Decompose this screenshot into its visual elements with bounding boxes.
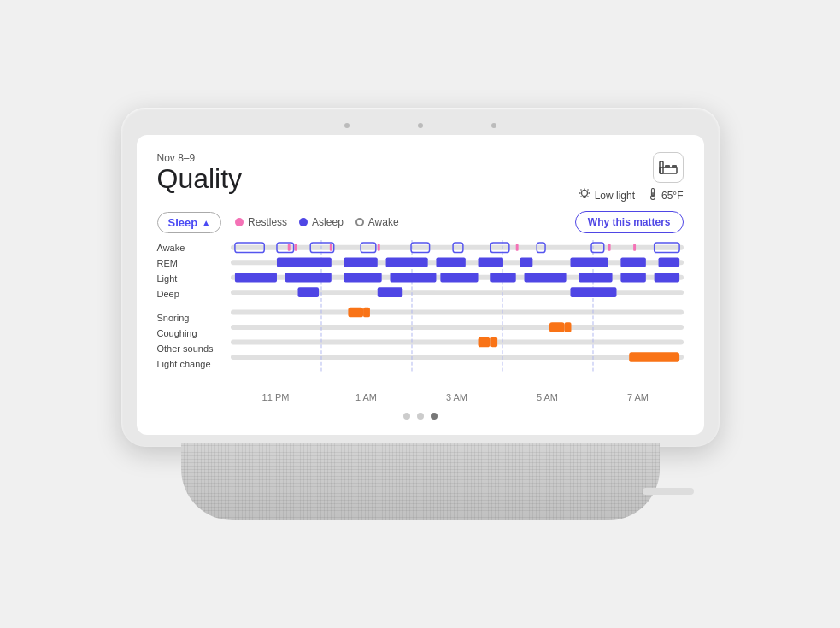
pag-dot-3[interactable] — [431, 413, 438, 420]
light-icon — [579, 188, 590, 202]
svg-rect-39 — [287, 244, 290, 251]
svg-rect-2 — [665, 165, 670, 168]
top-sensors — [137, 123, 704, 128]
label-other-sounds: Other sounds — [157, 341, 231, 356]
svg-rect-47 — [344, 257, 377, 267]
svg-rect-24 — [231, 355, 684, 360]
pag-dot-1[interactable] — [403, 413, 410, 420]
label-awake: Awake — [157, 240, 231, 255]
time-3am: 3 AM — [412, 392, 502, 402]
device-outer: Nov 8–9 Quality — [121, 108, 720, 520]
legend-asleep: Asleep — [299, 216, 344, 228]
thermometer-icon — [649, 188, 657, 202]
label-snoring: Snoring — [157, 310, 231, 326]
svg-rect-71 — [564, 322, 571, 332]
svg-point-4 — [581, 191, 587, 197]
svg-rect-61 — [524, 273, 566, 283]
svg-rect-68 — [348, 308, 363, 318]
svg-rect-3 — [672, 165, 677, 168]
legend: Restless Asleep Awake — [235, 216, 561, 228]
asleep-dot — [299, 218, 308, 226]
legend-restless: Restless — [235, 216, 287, 228]
date-text: Nov 8–9 — [157, 152, 243, 164]
light-env: Low light — [579, 188, 635, 202]
time-5am: 5 AM — [502, 392, 593, 402]
svg-rect-52 — [570, 257, 608, 267]
bed-icon — [659, 161, 678, 174]
svg-rect-72 — [478, 337, 490, 348]
spacer1 — [157, 302, 231, 310]
svg-rect-69 — [363, 308, 370, 318]
lightbulb-icon — [579, 188, 590, 200]
svg-rect-45 — [633, 244, 636, 251]
header-row: Nov 8–9 Quality — [157, 152, 684, 202]
chart-container: Awake REM Light Deep Snoring Coughing Ot… — [157, 240, 684, 404]
sleep-button[interactable]: Sleep ▲ — [157, 212, 222, 233]
svg-rect-62 — [579, 273, 612, 283]
screen: Nov 8–9 Quality — [137, 135, 704, 435]
sensor-center — [418, 123, 423, 128]
restless-dot — [235, 218, 244, 226]
label-deep: Deep — [157, 286, 231, 302]
time-7am: 7 AM — [593, 392, 684, 402]
pag-dot-2[interactable] — [417, 413, 424, 420]
svg-line-11 — [587, 190, 588, 191]
pagination — [157, 413, 684, 420]
svg-rect-16 — [652, 192, 654, 197]
label-light: Light — [157, 271, 231, 286]
svg-rect-17 — [231, 245, 684, 250]
svg-rect-40 — [294, 244, 297, 251]
svg-rect-70 — [549, 322, 564, 332]
svg-rect-43 — [515, 244, 518, 251]
restless-label: Restless — [248, 216, 287, 228]
svg-rect-57 — [344, 273, 381, 283]
svg-rect-56 — [285, 273, 331, 283]
bed-icon-button[interactable] — [653, 152, 684, 183]
svg-rect-48 — [385, 257, 427, 267]
svg-rect-63 — [620, 273, 645, 283]
svg-rect-53 — [620, 257, 645, 267]
svg-rect-58 — [390, 273, 436, 283]
svg-rect-55 — [234, 273, 276, 283]
date-quality: Nov 8–9 Quality — [157, 152, 243, 194]
asleep-label: Asleep — [312, 216, 344, 228]
time-1am: 1 AM — [321, 392, 412, 402]
header-right: Low light 65°F — [579, 152, 684, 202]
svg-rect-21 — [231, 310, 684, 315]
quality-title: Quality — [157, 164, 243, 194]
env-row: Low light 65°F — [579, 188, 684, 202]
temp-label: 65°F — [661, 190, 683, 202]
svg-line-9 — [580, 190, 581, 191]
light-label: Low light — [595, 190, 635, 202]
svg-rect-22 — [231, 325, 684, 330]
svg-rect-44 — [608, 244, 610, 251]
svg-rect-66 — [377, 287, 402, 297]
temp-env: 65°F — [649, 188, 683, 202]
svg-rect-74 — [629, 352, 679, 362]
svg-rect-50 — [478, 257, 502, 267]
svg-rect-60 — [490, 273, 515, 283]
power-cable — [643, 488, 694, 495]
label-light-change: Light change — [157, 356, 231, 372]
time-11pm: 11 PM — [231, 392, 321, 402]
chevron-icon: ▲ — [202, 218, 210, 227]
sensor-left — [344, 123, 350, 128]
svg-rect-46 — [276, 257, 331, 267]
svg-rect-51 — [520, 257, 532, 267]
svg-rect-64 — [654, 273, 678, 283]
screen-housing: Nov 8–9 Quality — [121, 108, 720, 447]
svg-rect-42 — [377, 244, 379, 251]
speaker-texture — [181, 443, 660, 520]
svg-line-12 — [580, 197, 581, 197]
why-this-matters-button[interactable]: Why this matters — [575, 211, 684, 233]
svg-rect-0 — [660, 167, 677, 173]
svg-rect-59 — [440, 273, 478, 283]
awake-label: Awake — [368, 216, 399, 228]
sensor-right — [491, 123, 496, 128]
awake-dot — [355, 218, 364, 226]
svg-rect-49 — [436, 257, 465, 267]
legend-awake: Awake — [355, 216, 399, 228]
speaker-base — [181, 443, 660, 520]
label-coughing: Coughing — [157, 326, 231, 341]
svg-rect-23 — [231, 340, 684, 345]
